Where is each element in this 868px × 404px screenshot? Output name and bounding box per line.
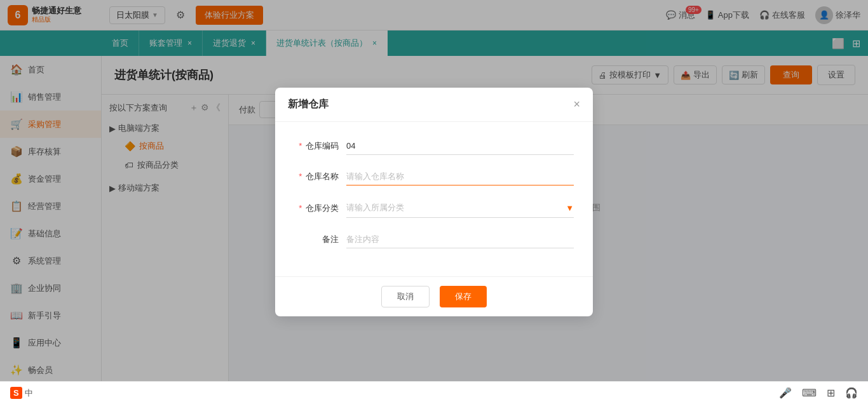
- new-warehouse-modal: 新增仓库 × * 仓库编码 * 仓库名称: [275, 88, 593, 316]
- category-chevron-icon: ▼: [566, 203, 574, 213]
- form-label-name: * 仓库名称: [294, 171, 339, 182]
- code-label-text: 仓库编码: [306, 141, 339, 151]
- mic-icon[interactable]: 🎤: [779, 387, 792, 399]
- modal-overlay[interactable]: 新增仓库 × * 仓库编码 * 仓库名称: [0, 0, 868, 404]
- modal-header: 新增仓库 ×: [275, 88, 593, 122]
- required-star-code: *: [299, 141, 302, 151]
- form-label-code: * 仓库编码: [294, 140, 339, 152]
- keyboard-icon[interactable]: ⌨: [802, 387, 817, 399]
- modal-title: 新增仓库: [288, 98, 329, 111]
- modal-body: * 仓库编码 * 仓库名称 * 仓库分类 请输入所属: [275, 122, 593, 276]
- bottom-text-zh: 中: [25, 387, 33, 399]
- bottom-right: 🎤 ⌨ ⊞ 🎧: [779, 387, 858, 399]
- cancel-button[interactable]: 取消: [381, 286, 430, 307]
- headphone-bottom-icon[interactable]: 🎧: [845, 387, 858, 399]
- form-row-remark: 备注: [294, 231, 574, 248]
- form-row-name: * 仓库名称: [294, 168, 574, 185]
- form-label-remark: 备注: [294, 234, 339, 245]
- required-star-category: *: [299, 203, 302, 213]
- required-star-name: *: [299, 172, 302, 181]
- modal-footer: 取消 保存: [275, 276, 593, 316]
- bottom-logo: S: [10, 387, 22, 399]
- category-select-wrap[interactable]: 请输入所属分类 ▼: [346, 198, 574, 218]
- save-button[interactable]: 保存: [440, 286, 487, 307]
- warehouse-name-input[interactable]: [346, 168, 574, 185]
- form-label-category: * 仓库分类: [294, 203, 339, 214]
- modal-close-icon[interactable]: ×: [573, 98, 580, 111]
- category-label-text: 仓库分类: [306, 203, 339, 213]
- bottom-left: S 中: [10, 387, 33, 399]
- bottom-bar: S 中 🎤 ⌨ ⊞ 🎧: [0, 381, 868, 404]
- remark-label-text: 备注: [322, 234, 339, 244]
- form-row-category: * 仓库分类 请输入所属分类 ▼: [294, 198, 574, 218]
- form-row-code: * 仓库编码: [294, 137, 574, 155]
- warehouse-code-input[interactable]: [346, 137, 574, 155]
- name-label-text: 仓库名称: [306, 172, 339, 181]
- category-placeholder: 请输入所属分类: [346, 202, 566, 213]
- remark-input[interactable]: [346, 231, 574, 248]
- window-icon[interactable]: ⊞: [827, 387, 835, 399]
